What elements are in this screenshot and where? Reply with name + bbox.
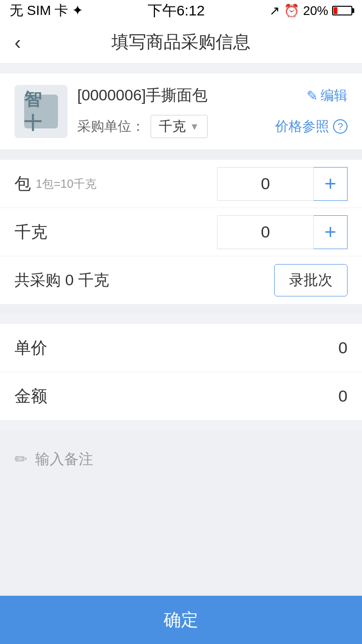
amount-value: 0	[338, 387, 348, 406]
kg-input-right: +	[217, 215, 348, 249]
price-ref-button[interactable]: 价格参照 ?	[275, 117, 348, 136]
status-left: 无 SIM 卡 ✦	[10, 1, 83, 20]
pencil-icon: ✏	[14, 450, 28, 468]
amount-row: 金额 0	[0, 372, 362, 420]
bao-label: 包	[14, 173, 31, 195]
chevron-down-icon: ▼	[190, 121, 199, 132]
unit-select[interactable]: 千克 ▼	[151, 115, 208, 138]
product-name-row: [0000006]手撕面包 ✎ 编辑	[77, 85, 348, 106]
kg-plus-button[interactable]: +	[314, 215, 348, 249]
product-thumb-text: 智十	[24, 95, 58, 128]
bao-input-row: 包 1包=10千克 +	[0, 160, 362, 208]
battery-label: 20%	[303, 3, 328, 18]
product-name: [0000006]手撕面包	[77, 85, 208, 106]
edit-icon: ✎	[306, 88, 318, 104]
price-section: 单价 0 金额 0	[0, 324, 362, 420]
product-card: 智十 [0000006]手撕面包 ✎ 编辑 采购单位： 千克 ▼	[0, 73, 362, 150]
bao-plus-button[interactable]: +	[314, 167, 348, 201]
batch-button[interactable]: 录批次	[274, 264, 348, 296]
summary-row: 共采购 0 千克 录批次	[0, 256, 362, 305]
back-button[interactable]: ‹	[14, 33, 21, 52]
alarm-icon: ⏰	[284, 3, 299, 18]
input-section: 包 1包=10千克 + 千克 + 共采购 0 千克 录批次	[0, 160, 362, 305]
nav-bar: ‹ 填写商品采购信息	[0, 21, 362, 64]
edit-label: 编辑	[320, 86, 348, 105]
battery-icon	[332, 6, 352, 15]
status-time: 下午6:12	[148, 1, 205, 21]
section-divider-2	[0, 305, 362, 314]
unit-price-label: 单价	[14, 337, 47, 359]
note-section[interactable]: ✏ 输入备注	[0, 430, 362, 488]
status-bar: 无 SIM 卡 ✦ 下午6:12 ↗ ⏰ 20%	[0, 0, 362, 21]
kg-input-row: 千克 +	[0, 208, 362, 256]
bao-quantity-input[interactable]	[217, 167, 314, 201]
product-unit-row: 采购单位： 千克 ▼ 价格参照 ?	[77, 115, 348, 138]
bao-sublabel: 1包=10千克	[36, 176, 97, 192]
amount-label: 金额	[14, 385, 47, 407]
kg-quantity-input[interactable]	[217, 215, 314, 249]
bao-input-right: +	[217, 167, 348, 201]
unit-price-row: 单价 0	[0, 324, 362, 372]
unit-price-value: 0	[338, 338, 348, 357]
kg-label: 千克	[14, 221, 47, 243]
confirm-button[interactable]: 确定	[0, 596, 362, 644]
info-icon: ?	[333, 119, 348, 134]
summary-text: 共采购 0 千克	[14, 270, 109, 291]
status-right: ↗ ⏰ 20%	[269, 3, 352, 18]
section-divider-1	[0, 150, 362, 160]
product-info: [0000006]手撕面包 ✎ 编辑 采购单位： 千克 ▼ 价格参照 ?	[77, 85, 348, 138]
location-icon: ↗	[269, 3, 280, 18]
note-placeholder: 输入备注	[35, 449, 93, 469]
sim-label: 无 SIM 卡 ✦	[10, 1, 83, 20]
price-ref-label: 价格参照	[275, 117, 329, 136]
edit-button[interactable]: ✎ 编辑	[306, 86, 348, 105]
page-title: 填写商品采购信息	[111, 30, 251, 54]
product-thumbnail: 智十	[14, 85, 68, 138]
unit-value: 千克	[159, 117, 186, 136]
unit-label: 采购单位：	[77, 117, 145, 136]
